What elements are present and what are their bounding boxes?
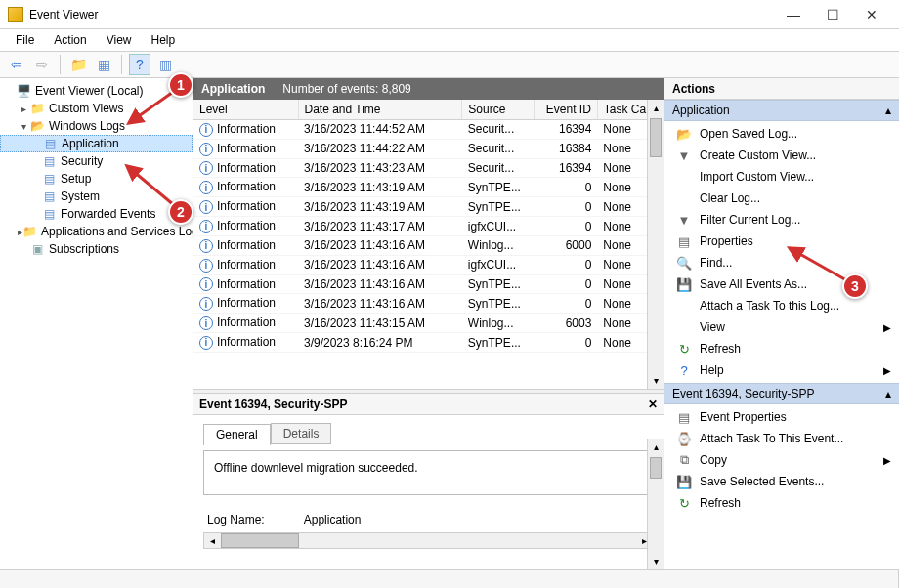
col-datetime[interactable]: Date and Time (298, 100, 462, 120)
action-properties[interactable]: ▤Properties (664, 231, 899, 252)
cell-level: iInformation (193, 314, 298, 333)
table-row[interactable]: iInformation3/16/2023 11:43:17 AMigfxCUI… (193, 217, 664, 236)
tab-details[interactable]: Details (271, 423, 332, 444)
action-save-selected-events[interactable]: 💾Save Selected Events... (664, 471, 899, 492)
up-button[interactable]: 📁 (67, 54, 89, 75)
expand-icon[interactable]: ▸ (18, 104, 29, 114)
collapse-icon[interactable]: ▴ (885, 104, 891, 117)
menu-view[interactable]: View (99, 31, 140, 49)
action-clear-log[interactable]: Clear Log... (664, 188, 899, 209)
action-view[interactable]: View▶ (664, 316, 899, 338)
info-icon: i (199, 161, 213, 175)
app-icon (8, 7, 23, 22)
collapse-icon[interactable]: ▴ (885, 387, 891, 400)
action-label: Copy (700, 453, 876, 467)
actions-section-event[interactable]: Event 16394, Security-SPP ▴ (664, 383, 899, 404)
close-button[interactable]: ✕ (852, 1, 891, 28)
tree-subscriptions[interactable]: ▣ Subscriptions (0, 240, 193, 258)
tree-forwarded[interactable]: ▤ Forwarded Events (0, 205, 193, 223)
action-refresh[interactable]: ↻Refresh (664, 492, 899, 514)
table-row[interactable]: iInformation3/16/2023 11:44:22 AMSecurit… (193, 139, 664, 158)
action-attach-task-to-this-event[interactable]: ⌚Attach Task To This Event... (664, 428, 899, 449)
scroll-thumb[interactable] (650, 118, 662, 157)
action-find[interactable]: 🔍Find... (664, 252, 899, 273)
action-filter-current-log[interactable]: ▼Filter Current Log... (664, 209, 899, 231)
table-row[interactable]: iInformation3/16/2023 11:43:16 AMSynTPE.… (193, 294, 664, 314)
scroll-track[interactable] (299, 533, 636, 548)
grid-vertical-scrollbar[interactable]: ▴ ▾ (647, 100, 664, 389)
col-eventid[interactable]: Event ID (534, 100, 597, 120)
tree-security[interactable]: ▤ Security (0, 152, 193, 170)
help-button[interactable]: ? (129, 54, 150, 75)
col-source[interactable]: Source (462, 100, 534, 120)
panel-button[interactable]: ▥ (154, 54, 176, 75)
scroll-thumb[interactable] (221, 533, 299, 548)
actions-section-application[interactable]: Application ▴ (664, 100, 899, 121)
info-icon: i (199, 259, 213, 273)
cell-source: SynTPE... (462, 333, 534, 353)
table-row[interactable]: iInformation3/16/2023 11:43:16 AMSynTPE.… (193, 274, 664, 294)
action-copy[interactable]: ⧉Copy▶ (664, 449, 899, 471)
scroll-up-icon[interactable]: ▴ (648, 100, 664, 116)
collapse-icon[interactable]: ▾ (18, 121, 29, 132)
detail-vertical-scrollbar[interactable]: ▴ ▾ (647, 439, 664, 569)
action-label: Event Properties (700, 410, 891, 424)
maximize-button[interactable]: ☐ (813, 1, 852, 28)
menu-help[interactable]: Help (144, 31, 184, 49)
back-button[interactable]: ⇦ (6, 54, 27, 75)
actions-section-label: Application (672, 104, 730, 117)
detail-horizontal-scrollbar[interactable]: ◂ ▸ (203, 532, 654, 549)
tree-setup[interactable]: ▤ Setup (0, 170, 193, 188)
scroll-up-icon[interactable]: ▴ (648, 439, 664, 455)
action-label: Save All Events As... (700, 277, 891, 291)
table-row[interactable]: iInformation3/16/2023 11:43:19 AMSynTPE.… (193, 178, 664, 197)
table-row[interactable]: iInformation3/16/2023 11:43:16 AMigfxCUI… (193, 255, 664, 274)
action-import-custom-view[interactable]: Import Custom View... (664, 166, 899, 188)
tree-system[interactable]: ▤ System (0, 188, 193, 205)
detail-close-button[interactable]: ✕ (648, 398, 658, 411)
tree-apps-services[interactable]: ▸ 📁 Applications and Services Logs (0, 223, 193, 240)
column-header-row[interactable]: Level Date and Time Source Event ID Task… (193, 100, 664, 120)
action-help[interactable]: ?Help▶ (664, 359, 899, 381)
table-row[interactable]: iInformation3/9/2023 8:16:24 PMSynTPE...… (193, 333, 664, 353)
scroll-down-icon[interactable]: ▾ (648, 553, 664, 569)
event-grid[interactable]: Level Date and Time Source Event ID Task… (193, 100, 664, 389)
action-attach-a-task-to-this-log[interactable]: Attach a Task To this Log... (664, 295, 899, 316)
cell-datetime: 3/16/2023 11:43:23 AM (298, 158, 462, 178)
action-label: Find... (700, 256, 891, 270)
tree-custom-views[interactable]: ▸ 📁 Custom Views (0, 100, 193, 117)
cell-eventid: 6000 (534, 235, 597, 255)
minimize-button[interactable]: — (774, 1, 813, 28)
table-row[interactable]: iInformation3/16/2023 11:43:16 AMWinlog.… (193, 235, 664, 255)
event-table[interactable]: Level Date and Time Source Event ID Task… (193, 100, 664, 353)
action-save-all-events-as[interactable]: 💾Save All Events As... (664, 273, 899, 295)
action-open-saved-log[interactable]: 📂Open Saved Log... (664, 123, 899, 145)
tree-root[interactable]: 🖥️ Event Viewer (Local) (0, 82, 193, 100)
table-row[interactable]: iInformation3/16/2023 11:44:52 AMSecurit… (193, 120, 664, 140)
scroll-thumb[interactable] (650, 457, 662, 479)
help-icon: ? (676, 362, 692, 378)
scroll-track[interactable] (648, 159, 664, 372)
table-row[interactable]: iInformation3/16/2023 11:43:15 AMWinlog.… (193, 314, 664, 333)
menu-file[interactable]: File (8, 31, 42, 49)
action-refresh[interactable]: ↻Refresh (664, 338, 899, 359)
forward-button[interactable]: ⇨ (31, 54, 53, 75)
table-row[interactable]: iInformation3/16/2023 11:43:23 AMSecurit… (193, 158, 664, 178)
navigation-tree[interactable]: 🖥️ Event Viewer (Local) ▸ 📁 Custom Views… (0, 78, 193, 569)
cell-eventid: 0 (534, 333, 597, 353)
col-level[interactable]: Level (193, 100, 298, 120)
cell-level: iInformation (193, 197, 298, 217)
table-row[interactable]: iInformation3/16/2023 11:43:19 AMSynTPE.… (193, 197, 664, 217)
tab-general[interactable]: General (203, 424, 271, 445)
scroll-left-icon[interactable]: ◂ (204, 533, 221, 548)
view-button[interactable]: ▦ (93, 54, 114, 75)
scroll-track[interactable] (648, 481, 664, 553)
scroll-down-icon[interactable]: ▾ (648, 372, 664, 389)
tree-application[interactable]: ▤ Application (0, 135, 193, 152)
menu-action[interactable]: Action (46, 31, 94, 49)
tree-windows-logs[interactable]: ▾ 📂 Windows Logs (0, 117, 193, 135)
action-event-properties[interactable]: ▤Event Properties (664, 406, 899, 428)
tree-label: Custom Views (49, 102, 123, 115)
action-label: Filter Current Log... (700, 213, 891, 227)
action-create-custom-view[interactable]: ▼Create Custom View... (664, 145, 899, 166)
